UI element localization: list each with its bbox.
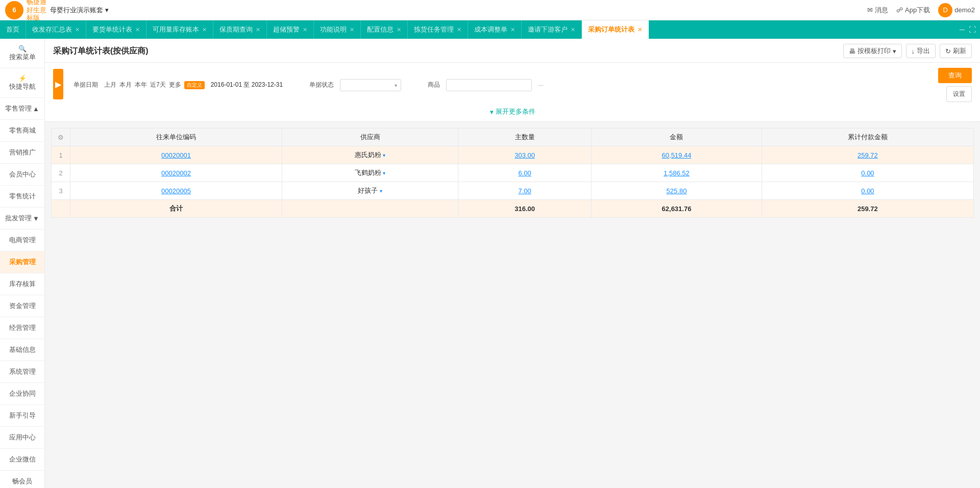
amount-link-2[interactable]: 525.80	[667, 187, 687, 195]
sidebar-item-ecommerce[interactable]: 电商管理	[0, 229, 44, 251]
sidebar-item-sys-mgmt[interactable]: 系统管理	[0, 361, 44, 383]
close-pick-task-icon[interactable]: ✕	[457, 27, 461, 33]
shortcut-this-year[interactable]: 本年	[135, 81, 147, 89]
sidebar-app-center-label: 应用中心	[0, 433, 44, 442]
tab-overstock-alert[interactable]: 超储预警 ✕	[267, 20, 314, 39]
sidebar-item-retail-shop[interactable]: 零售商城	[0, 120, 44, 142]
sidebar-item-retail-mgmt[interactable]: 零售管理 ▲	[0, 98, 44, 120]
product-filter-input[interactable]	[446, 79, 532, 91]
paid-link-2[interactable]: 0.00	[861, 187, 874, 195]
close-feature-desc-icon[interactable]: ✕	[350, 27, 354, 33]
qty-link-1[interactable]: 6.00	[518, 169, 531, 177]
qty-link-2[interactable]: 7.00	[518, 187, 531, 195]
sidebar-item-app-center[interactable]: 应用中心	[0, 427, 44, 449]
tab-home[interactable]: 首页	[0, 20, 26, 39]
btn-filter-settings[interactable]: 设置	[946, 86, 972, 102]
col-header-supplier: 供应商	[282, 129, 458, 146]
sidebar-item-enterprise-wechat[interactable]: 企业微信	[0, 449, 44, 471]
top-bar: 6 畅捷通好生意 标版 母婴行业演示账套 ▾ ✉ 消息 ☍ App下载 D de…	[0, 0, 980, 20]
sidebar-item-quick-nav[interactable]: ⚡ 快捷导航	[0, 68, 44, 98]
logo-icon: 6	[5, 1, 23, 19]
sidebar-ops-mgmt-label: 经营管理	[0, 323, 44, 332]
btn-template-print[interactable]: 🖶 按模板打印 ▾	[843, 44, 902, 58]
main-layout: 🔍 搜索菜单 ⚡ 快捷导航 零售管理 ▲ 零售商城 营销推广 会员中心 零售统计…	[0, 39, 980, 488]
close-receive-summary-icon[interactable]: ✕	[75, 27, 80, 33]
app-download-icon: ☍	[896, 6, 903, 14]
nav-minimize-icon[interactable]: ─	[960, 25, 965, 34]
sidebar-item-retail-stat[interactable]: 零售统计	[0, 186, 44, 208]
sidebar-item-basic-info[interactable]: 基础信息	[0, 339, 44, 361]
sidebar-item-enterprise-collab[interactable]: 企业协同	[0, 383, 44, 405]
close-available-stock-icon[interactable]: ✕	[202, 27, 207, 33]
btn-query[interactable]: 查询	[938, 68, 972, 83]
paid-link-1[interactable]: 0.00	[861, 169, 874, 177]
close-purchase-summary-icon[interactable]: ✕	[638, 27, 642, 33]
cell-code-0: 00020001	[70, 146, 282, 164]
close-overstock-alert-icon[interactable]: ✕	[303, 27, 307, 33]
expand-more-label: 展开更多条件	[496, 107, 535, 116]
cell-amount-0: 60,519.44	[592, 146, 762, 164]
sidebar-item-marketing[interactable]: 营销推广	[0, 142, 44, 164]
qty-link-0[interactable]: 303.00	[514, 151, 535, 159]
sidebar-retail-mgmt-inner: 零售管理 ▲	[0, 104, 44, 113]
tab-receive-summary[interactable]: 收发存汇总表 ✕	[26, 20, 86, 39]
expand-more-btn[interactable]: ▾ 展开更多条件	[490, 107, 535, 116]
sidebar-item-finance[interactable]: 资金管理	[0, 295, 44, 317]
tab-purchase-summary-label: 采购订单统计表	[588, 25, 634, 34]
close-config-info-icon[interactable]: ✕	[397, 27, 401, 33]
code-link-0[interactable]: 00020001	[161, 151, 191, 159]
tab-order-summary[interactable]: 要货单统计表 ✕	[86, 20, 146, 39]
more-dots-icon[interactable]: ···	[538, 81, 544, 89]
shortcut-last-month[interactable]: 上月	[104, 81, 116, 89]
status-select[interactable]	[340, 79, 401, 91]
cell-quantity-2: 7.00	[458, 182, 592, 200]
paid-link-0[interactable]: 259.72	[857, 151, 878, 159]
sidebar-item-member-center[interactable]: 会员中心	[0, 164, 44, 186]
amount-link-1[interactable]: 1,586.52	[664, 169, 690, 177]
tab-config-info[interactable]: 配置信息 ✕	[361, 20, 408, 39]
tab-invite-downstream[interactable]: 邀请下游客户 ✕	[522, 20, 582, 39]
shortcut-7days[interactable]: 近7天	[150, 81, 166, 89]
content-area: 采购订单统计表(按供应商) 🖶 按模板打印 ▾ ↓ 导出 ↻ 刷新	[45, 39, 980, 488]
btn-template-label: 按模板打印	[857, 46, 891, 56]
app-download-btn[interactable]: ☍ App下载	[896, 6, 930, 15]
message-btn[interactable]: ✉ 消息	[867, 6, 888, 15]
shortcut-more[interactable]: 更多	[169, 81, 181, 89]
workspace-selector[interactable]: 母婴行业演示账套 ▾	[50, 6, 867, 15]
refresh-icon: ↻	[945, 47, 951, 55]
data-table: ⚙ 往来单位编码 供应商 主数量 金额 累计付款金额 1 00020001 惠氏…	[51, 128, 974, 218]
tab-purchase-summary[interactable]: 采购订单统计表 ✕	[582, 20, 649, 39]
sidebar-item-purchase-mgmt[interactable]: 采购管理	[0, 251, 44, 273]
tab-available-stock[interactable]: 可用量库存账本 ✕	[146, 20, 213, 39]
tab-pick-task[interactable]: 拣货任务管理 ✕	[408, 20, 468, 39]
close-order-summary-icon[interactable]: ✕	[135, 27, 140, 33]
sidebar-item-inventory[interactable]: 库存核算	[0, 273, 44, 295]
sidebar-item-wholesale-mgmt[interactable]: 批发管理 ▼	[0, 208, 44, 229]
collapse-btn[interactable]: ▶	[53, 69, 63, 99]
amount-link-0[interactable]: 60,519.44	[662, 151, 692, 159]
sidebar-item-search[interactable]: 🔍 搜索菜单	[0, 39, 44, 68]
tab-feature-desc[interactable]: 功能说明 ✕	[314, 20, 361, 39]
close-invite-downstream-icon[interactable]: ✕	[571, 27, 575, 33]
table-row: 1 00020001 惠氏奶粉 ▾ 303.00 60,519.44 259.7…	[52, 146, 974, 164]
close-cost-adjust-icon[interactable]: ✕	[510, 27, 515, 33]
footer-empty2	[282, 200, 458, 218]
close-shelf-life-icon[interactable]: ✕	[256, 27, 260, 33]
user-menu[interactable]: D demo2	[938, 3, 975, 17]
shortcut-this-month[interactable]: 本月	[119, 81, 132, 89]
sidebar-item-ops-mgmt[interactable]: 经营管理	[0, 317, 44, 339]
footer-label: 合计	[70, 200, 282, 218]
filter-top: ▶ 单据日期 上月 本月 本年 近7天 更多 自定义 2016-01-01 至 …	[53, 68, 972, 105]
sidebar-purchase-mgmt-label: 采购管理	[0, 258, 44, 267]
btn-refresh[interactable]: ↻ 刷新	[940, 44, 972, 58]
code-link-2[interactable]: 00020005	[161, 187, 191, 195]
code-link-1[interactable]: 00020002	[161, 169, 191, 177]
tab-cost-adjust[interactable]: 成本调整单 ✕	[468, 20, 522, 39]
sidebar-item-new-guide[interactable]: 新手引导	[0, 405, 44, 427]
sidebar-inventory-label: 库存核算	[0, 279, 44, 289]
gear-icon[interactable]: ⚙	[58, 134, 64, 141]
btn-export[interactable]: ↓ 导出	[906, 44, 936, 58]
nav-maximize-icon[interactable]: ⛶	[969, 25, 976, 34]
sidebar-item-vip-member[interactable]: 畅会员	[0, 471, 44, 488]
tab-shelf-life[interactable]: 保质期查询 ✕	[213, 20, 267, 39]
